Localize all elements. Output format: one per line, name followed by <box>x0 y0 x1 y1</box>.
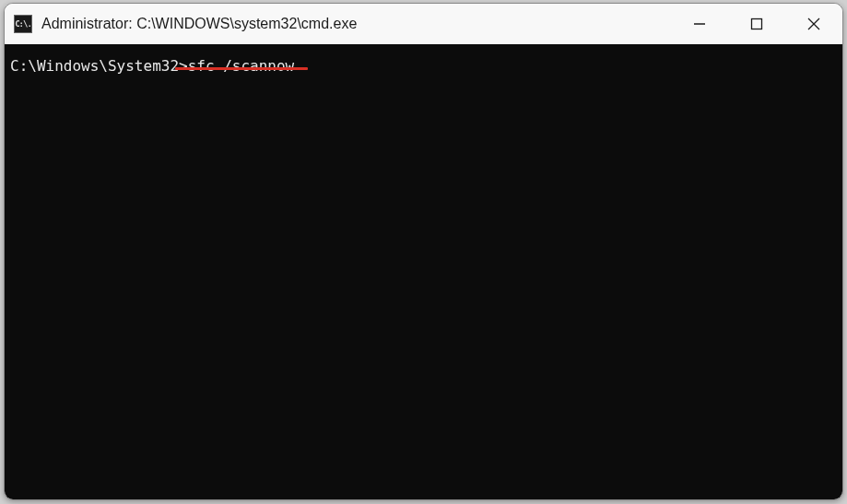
minimize-button[interactable] <box>671 4 728 44</box>
cmd-icon-label: C:\. <box>15 19 31 29</box>
cmd-icon: C:\. <box>14 15 32 33</box>
svg-rect-1 <box>752 19 762 29</box>
prompt-text: C:\Windows\System32> <box>10 57 188 75</box>
close-icon <box>807 18 820 30</box>
prompt-line: C:\Windows\System32>sfc /scannow <box>10 57 837 76</box>
window-title: Administrator: C:\WINDOWS\system32\cmd.e… <box>41 16 671 32</box>
terminal-output[interactable]: C:\Windows\System32>sfc /scannow <box>5 44 842 499</box>
window-controls <box>671 4 842 44</box>
cmd-window: C:\. Administrator: C:\WINDOWS\system32\… <box>4 3 843 500</box>
maximize-button[interactable] <box>728 4 785 44</box>
minimize-icon <box>693 18 706 30</box>
titlebar[interactable]: C:\. Administrator: C:\WINDOWS\system32\… <box>5 4 842 44</box>
command-underline-annotation <box>175 67 308 70</box>
maximize-icon <box>750 18 763 30</box>
close-button[interactable] <box>785 4 842 44</box>
command-text: sfc /scannow <box>188 57 295 75</box>
